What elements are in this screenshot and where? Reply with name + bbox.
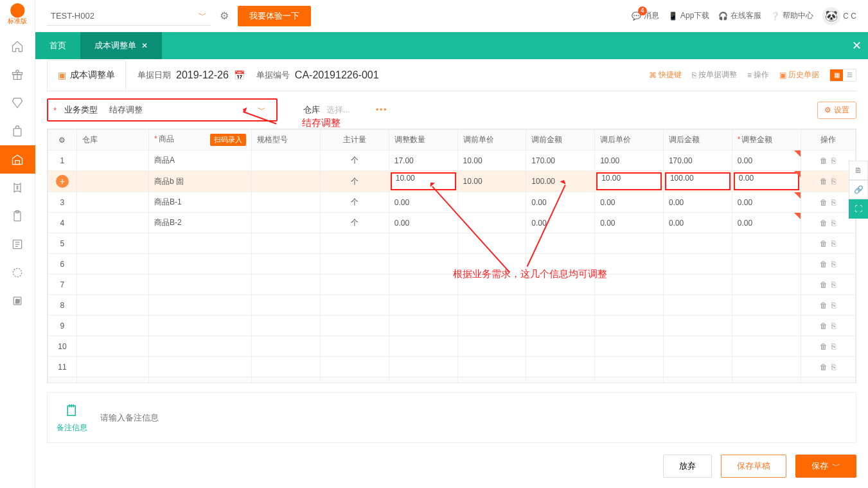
tabstrip-close-icon[interactable]: ✕ <box>852 39 862 53</box>
nav-bag-icon[interactable] <box>0 117 35 145</box>
col-ops: 操作 <box>801 130 855 150</box>
row-delete-icon[interactable]: 🗑 <box>820 342 828 351</box>
nav-new-icon[interactable]: 新 <box>0 287 35 315</box>
view-mode-toggle[interactable]: ▦☰ <box>829 69 856 82</box>
row-delete-icon[interactable]: 🗑 <box>820 363 828 372</box>
tab-close-icon[interactable]: ✕ <box>141 41 148 50</box>
row-delete-icon[interactable]: 🗑 <box>820 260 828 269</box>
svg-rect-2 <box>13 129 21 136</box>
nav-warehouse-icon[interactable] <box>0 145 35 174</box>
row-copy-icon[interactable]: ⎘ <box>831 198 836 207</box>
table-row[interactable]: 11🗑⎘ <box>48 357 856 377</box>
postamt-input[interactable]: 100.00 <box>665 172 731 190</box>
row-delete-icon[interactable]: 🗑 <box>820 239 828 248</box>
footer-buttons: 放弃 保存草稿 保存﹀ <box>47 452 856 488</box>
table-row[interactable]: 10🗑⎘ <box>48 336 856 357</box>
try-button[interactable]: 我要体验一下 <box>238 6 311 26</box>
warehouse-field[interactable]: 仓库 选择... <box>303 104 350 116</box>
row-delete-icon[interactable]: 🗑 <box>820 280 828 289</box>
action-shortcuts[interactable]: ⌘ 快捷键 <box>649 69 682 80</box>
action-by-doc[interactable]: ⎘ 按单据调整 <box>692 69 737 80</box>
table-row[interactable]: +商品b 固个10.0010.00100.0010.00100.000.00🗑⎘ <box>48 171 856 192</box>
action-operations[interactable]: ≡ 操作 <box>747 69 769 80</box>
float-note-icon[interactable]: 🗎 <box>849 161 868 180</box>
phone-icon: 📱 <box>668 12 678 21</box>
row-delete-icon[interactable]: 🗑 <box>820 219 828 228</box>
row-copy-icon[interactable]: ⎘ <box>831 321 836 330</box>
table-row[interactable]: 8🗑⎘ <box>48 295 856 316</box>
table-row[interactable]: 9🗑⎘ <box>48 316 856 336</box>
nav-money-icon[interactable] <box>0 174 35 202</box>
tab-cost-adjust[interactable]: 成本调整单 ✕ <box>80 32 162 59</box>
table-row[interactable]: 4商品B-2个0.000.000.000.000.00🗑⎘ <box>48 213 856 233</box>
scan-input-badge[interactable]: 扫码录入 <box>210 134 246 146</box>
user-menu[interactable]: 🐼 C C <box>822 7 856 25</box>
tenant-gear-icon[interactable]: ⚙ <box>220 10 229 22</box>
table-row[interactable]: 1商品A个17.0010.00170.0010.00170.000.00🗑⎘ <box>48 150 856 171</box>
col-spec: 规格型号 <box>252 130 321 150</box>
nav-report-icon[interactable] <box>0 230 35 258</box>
col-uom: 主计量 <box>320 130 389 150</box>
question-icon: ❔ <box>770 12 780 21</box>
online-service-link[interactable]: 🎧在线客服 <box>718 10 761 21</box>
filter-row: * 业务类型 结存调整 ﹀ 仓库 选择... ••• ⚙ 设置 <box>47 91 856 129</box>
left-nav-rail: ⬤ 标准版 新 <box>0 0 35 488</box>
svg-text:新: 新 <box>15 299 20 303</box>
table-row[interactable]: 7🗑⎘ <box>48 275 856 295</box>
row-delete-icon[interactable]: 🗑 <box>820 198 828 207</box>
brand-logo: ⬤ 标准版 <box>4 3 30 28</box>
nav-diamond-icon[interactable] <box>0 89 35 117</box>
app-download-link[interactable]: 📱App下载 <box>668 10 709 21</box>
float-link-icon[interactable]: 🔗 <box>849 180 868 199</box>
biz-type-field[interactable]: * 业务类型 结存调整 ﹀ <box>47 98 278 122</box>
chevron-down-icon: ﹀ <box>832 460 840 472</box>
qty-input[interactable]: 10.00 <box>391 172 456 190</box>
nav-clipboard-icon[interactable] <box>0 202 35 230</box>
row-copy-icon[interactable]: ⎘ <box>831 219 836 228</box>
nav-gift-icon[interactable] <box>0 60 35 89</box>
save-button[interactable]: 保存﹀ <box>795 455 856 478</box>
row-delete-icon[interactable]: 🗑 <box>820 156 828 165</box>
remark-icon: 🗒 备注信息 <box>57 402 87 433</box>
calendar-icon[interactable]: 📅 <box>234 70 245 80</box>
col-warehouse: 仓库 <box>76 130 148 150</box>
row-copy-icon[interactable]: ⎘ <box>831 260 836 269</box>
tenant-selector[interactable]: TEST-H002 ﹀ <box>47 6 211 26</box>
row-copy-icon[interactable]: ⎘ <box>831 156 836 165</box>
row-delete-icon[interactable]: 🗑 <box>820 177 828 186</box>
data-grid: ⚙ 仓库 *商品扫码录入 规格型号 主计量 调整数量 调前单价 调前金额 调后单… <box>47 129 856 383</box>
more-filters-icon[interactable]: ••• <box>376 105 388 114</box>
nav-sync-icon[interactable] <box>0 258 35 287</box>
col-preprice: 调前单价 <box>457 130 526 150</box>
remark-section: 🗒 备注信息 <box>47 392 856 443</box>
row-copy-icon[interactable]: ⎘ <box>831 280 836 289</box>
save-draft-button[interactable]: 保存草稿 <box>721 455 786 478</box>
row-copy-icon[interactable]: ⎘ <box>831 177 836 186</box>
messages-link[interactable]: 💬 消息 4 <box>632 10 659 21</box>
col-adjamt: *调整金额 <box>732 130 801 150</box>
action-history[interactable]: ▣ 历史单据 <box>779 69 819 80</box>
help-center-link[interactable]: ❔帮助中心 <box>770 10 813 21</box>
table-row[interactable]: 6🗑⎘ <box>48 254 856 275</box>
col-settings[interactable]: ⚙ <box>48 130 77 150</box>
doc-number: 单据编号 CA-20191226-001 <box>256 69 379 81</box>
row-delete-icon[interactable]: 🗑 <box>820 301 828 310</box>
table-row[interactable]: 3商品B-1个0.000.000.000.000.00🗑⎘ <box>48 192 856 213</box>
adjamt-input[interactable]: 0.00 <box>734 172 799 190</box>
row-delete-icon[interactable]: 🗑 <box>820 321 828 330</box>
header-actions: ⌘ 快捷键 ⎘ 按单据调整 ≡ 操作 ▣ 历史单据 ▦☰ <box>649 69 856 82</box>
row-copy-icon[interactable]: ⎘ <box>831 301 836 310</box>
add-row-icon[interactable]: + <box>56 175 69 188</box>
tab-home[interactable]: 首页 <box>35 32 80 59</box>
discard-button[interactable]: 放弃 <box>663 455 712 478</box>
remark-input[interactable] <box>100 413 847 422</box>
grid-settings-button[interactable]: ⚙ 设置 <box>817 102 856 119</box>
col-postamt: 调后金额 <box>663 130 732 150</box>
table-row[interactable]: 5🗑⎘ <box>48 233 856 254</box>
float-expand-icon[interactable]: ⛶ <box>849 199 868 219</box>
nav-home-icon[interactable] <box>0 32 35 60</box>
postprice-input[interactable]: 10.00 <box>596 172 662 190</box>
row-copy-icon[interactable]: ⎘ <box>831 363 836 372</box>
row-copy-icon[interactable]: ⎘ <box>831 342 836 351</box>
row-copy-icon[interactable]: ⎘ <box>831 239 836 248</box>
